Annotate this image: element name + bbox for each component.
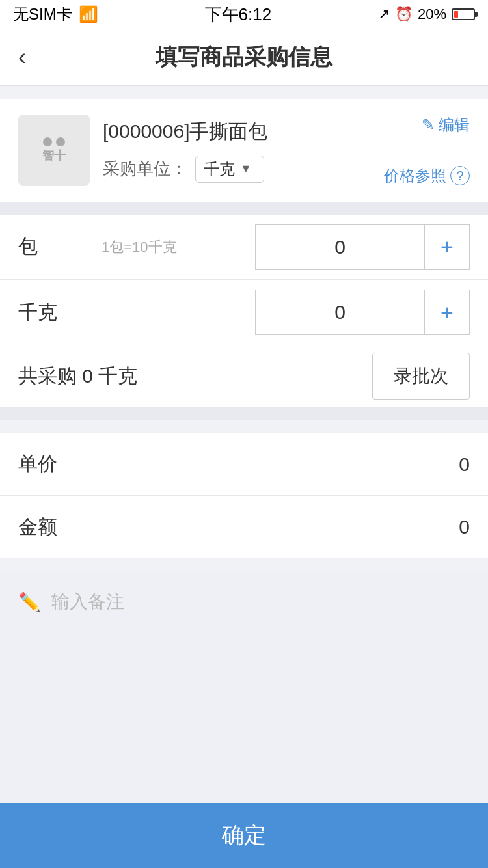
confirm-button[interactable]: 确定 xyxy=(0,803,488,868)
unit-price-value: 0 xyxy=(459,454,470,476)
batch-button[interactable]: 录批次 xyxy=(372,353,470,400)
bao-plus-button[interactable]: + xyxy=(424,224,470,270)
price-ref-button[interactable]: 价格参照 ? xyxy=(384,165,470,186)
kg-input-right: + xyxy=(255,290,470,335)
kg-quantity-input[interactable] xyxy=(255,290,424,335)
divider-1 xyxy=(0,202,488,215)
battery-fill xyxy=(454,11,458,18)
unit-price-label: 单价 xyxy=(18,451,459,478)
help-icon: ? xyxy=(450,166,470,185)
status-left: 无SIM卡 📶 xyxy=(13,4,98,25)
kg-plus-button[interactable]: + xyxy=(424,290,470,335)
product-thumbnail: 智十 xyxy=(18,115,90,186)
page-title: 填写商品采购信息 xyxy=(156,42,332,72)
summary-row: 共采购 0 千克 录批次 xyxy=(0,345,488,407)
unit-dropdown[interactable]: 千克 ▼ xyxy=(195,156,264,183)
product-card: 智十 [0000006]手撕面包 采购单位： 千克 ▼ ✎ 编辑 价格参照 ? xyxy=(0,99,488,202)
empty-space xyxy=(0,632,488,828)
status-bar: 无SIM卡 📶 下午6:12 ↗ ⏰ 20% xyxy=(0,0,488,29)
amount-label: 金额 xyxy=(18,514,459,541)
bao-input-row: 包 1包=10千克 + xyxy=(0,215,488,280)
notes-placeholder: 输入备注 xyxy=(51,590,124,614)
kg-input-row: 千克 + xyxy=(0,280,488,345)
owl-text: 智十 xyxy=(42,148,66,163)
alarm-icon: ⏰ xyxy=(395,6,413,23)
price-section: 单价 0 金额 0 xyxy=(0,433,488,558)
product-name: [0000006]手撕面包 xyxy=(103,118,470,145)
divider-2 xyxy=(0,407,488,420)
kg-label: 千克 xyxy=(18,299,96,326)
pencil-icon: ✏️ xyxy=(18,591,41,613)
amount-value: 0 xyxy=(459,516,470,538)
bao-label: 包 xyxy=(18,234,96,260)
unit-value: 千克 xyxy=(204,159,235,180)
price-ref-label: 价格参照 xyxy=(384,165,446,186)
confirm-label: 确定 xyxy=(222,821,266,850)
unit-price-row: 单价 0 xyxy=(0,433,488,496)
owl-eyes xyxy=(43,137,65,146)
edit-icon: ✎ xyxy=(422,116,435,134)
edit-button[interactable]: ✎ 编辑 xyxy=(422,115,470,135)
nav-bar: ‹ 填写商品采购信息 xyxy=(0,29,488,86)
carrier-label: 无SIM卡 xyxy=(13,4,72,25)
battery-percent: 20% xyxy=(418,6,446,23)
unit-label: 采购单位： xyxy=(103,157,187,180)
summary-text: 共采购 0 千克 xyxy=(18,363,372,390)
location-icon: ↗ xyxy=(378,6,390,23)
back-button[interactable]: ‹ xyxy=(18,44,26,71)
chevron-down-icon: ▼ xyxy=(240,162,252,176)
battery-indicator xyxy=(452,8,475,20)
bao-quantity-input[interactable] xyxy=(255,224,424,270)
status-right: ↗ ⏰ 20% xyxy=(378,6,475,23)
bao-sublabel: 1包=10千克 xyxy=(102,237,177,257)
status-time: 下午6:12 xyxy=(205,3,272,26)
amount-row: 金额 0 xyxy=(0,496,488,558)
battery-body xyxy=(452,8,475,20)
quantity-input-section: 包 1包=10千克 + 千克 + xyxy=(0,215,488,345)
notes-section[interactable]: ✏️ 输入备注 xyxy=(0,571,488,632)
edit-label: 编辑 xyxy=(439,115,470,135)
owl-logo: 智十 xyxy=(42,137,66,163)
wifi-icon: 📶 xyxy=(79,5,98,23)
bao-input-right: + xyxy=(255,224,470,270)
